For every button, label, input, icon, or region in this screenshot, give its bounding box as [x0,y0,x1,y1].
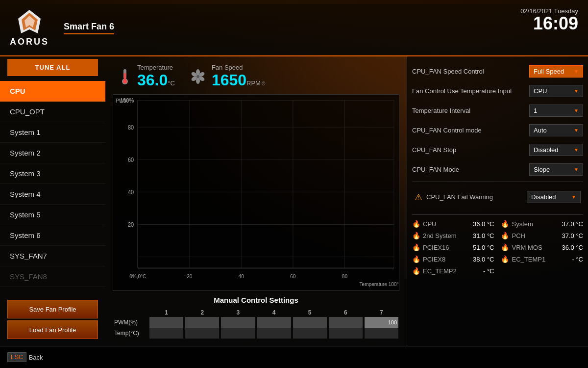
flame-icon-system: 🔥 [501,220,509,228]
dropdown-arrow-icon: ▼ [574,88,579,94]
svg-text:20: 20 [187,273,192,279]
temp-cell-3[interactable] [221,328,255,339]
sidebar-item-sysfan8[interactable]: SYS_FAN8 [0,266,105,287]
pwm-cell-6[interactable] [329,317,363,328]
aorus-logo-icon [16,9,43,36]
sidebar-item-cpu-opt[interactable]: CPU_OPT [0,102,105,122]
temperature-label: Temperature [137,64,175,71]
pwm-cell-7[interactable]: 100 [365,317,398,328]
sensor-2nd-system: 🔥 2nd System 31.0 °C [412,232,494,239]
temp-cell-4[interactable] [257,328,291,339]
pwm-row: PWM(%) 100 [113,317,399,328]
pwm-cell-5[interactable] [293,317,327,328]
interval-dropdown[interactable]: 1 ▼ [529,105,583,117]
stats-bar: Temperature 36.0 °C [113,61,399,92]
temp-cell-1[interactable] [149,328,183,339]
sensor-pciex16-value: 51.0 °C [473,244,494,251]
svg-text:40: 40 [128,188,134,196]
dropdown-arrow-icon: ▼ [571,194,576,200]
svg-text:Temperature 100°C: Temperature 100°C [360,281,399,287]
temp-cell-2[interactable] [185,328,219,339]
col-header-7: 7 [364,308,399,317]
dropdown-arrow-icon: ▼ [574,147,579,153]
control-row-temp-input: Fan Control Use Temperature Input CPU ▼ [412,83,583,98]
control-row-mode: CPU_FAN Control mode Auto ▼ [412,123,583,137]
sensor-pciex16: 🔥 PCIEX16 51.0 °C [412,243,494,251]
fan-mode-dropdown[interactable]: Slope ▼ [529,163,583,176]
pwm-cell-3[interactable] [221,317,255,328]
pwm-cell-2[interactable] [185,317,219,328]
save-fan-profile-button[interactable]: Save Fan Profile [7,300,98,318]
sensors-grid: 🔥 CPU 36.0 °C 🔥 System 37.0 °C 🔥 2nd Sys… [412,220,583,275]
sidebar-item-system5[interactable]: System 5 [0,205,105,225]
fan-chart-container[interactable]: 100% PWM 80 60 40 20 0%,0°C 20 40 60 80 … [113,94,399,291]
right-panel: CPU_FAN Speed Control Full Speed ▼ Fan C… [407,56,588,346]
speed-control-dropdown[interactable]: Full Speed ▼ [529,65,583,78]
svg-text:40: 40 [239,273,244,279]
control-row-interval: Temperature Interval 1 ▼ [412,103,583,118]
col-header-6: 6 [328,308,364,317]
fan-chart-svg: 100% PWM 80 60 40 20 0%,0°C 20 40 60 80 … [113,95,399,290]
sensor-cpu-name: CPU [423,220,436,228]
temp-input-dropdown[interactable]: CPU ▼ [529,85,583,97]
fan-stop-dropdown[interactable]: Disabled ▼ [529,144,583,156]
temp-input-label: Fan Control Use Temperature Input [412,87,529,95]
sensor-2nd-value: 31.0 °C [473,232,494,239]
divider-2 [412,214,583,215]
sidebar-item-system6[interactable]: System 6 [0,225,105,246]
sensor-pch-name: PCH [512,232,525,239]
temperature-value: 36.0 [137,71,168,89]
flame-icon-pciex8: 🔥 [412,255,420,263]
sensor-cpu-value: 36.0 °C [473,220,494,228]
control-table: 1 2 3 4 5 6 7 PWM(%) [113,308,399,339]
app-title: Smart Fan 6 [64,22,114,34]
fan-stop-label: CPU_FAN Stop [412,146,529,154]
temp-cell-6[interactable] [329,328,363,339]
sidebar-item-system1[interactable]: System 1 [0,122,105,143]
control-mode-label: CPU_FAN Control mode [412,127,529,134]
svg-text:60: 60 [128,156,134,163]
sensor-ectemp1: 🔥 EC_TEMP1 - °C [501,255,583,263]
sensor-ectemp2-name: EC_TEMP2 [423,267,457,275]
sensor-vrmmos-value: 36.0 °C [562,244,583,251]
control-mode-dropdown[interactable]: Auto ▼ [529,124,583,136]
fan-speed-value: 1650 [212,71,246,89]
temp-label: Temp(°C) [113,328,148,339]
pwm-cell-1[interactable] [149,317,183,328]
datetime-display: 02/16/2021 Tuesday 16:09 [520,7,578,32]
flame-icon-cpu: 🔥 [412,220,420,228]
pwm-cell-4[interactable] [257,317,291,328]
profile-buttons-area: Save Fan Profile Load Fan Profile [0,298,105,341]
tune-all-button[interactable]: TUNE ALL [7,59,98,76]
warning-label: CPU_FAN Fail Warning [426,193,493,201]
flame-icon-vrmmos: 🔥 [501,243,509,251]
sensor-ectemp2: 🔥 EC_TEMP2 - °C [412,267,494,275]
svg-rect-15 [113,95,399,290]
flame-icon-pciex16: 🔥 [412,243,420,251]
sensor-system-name: System [512,220,533,228]
sensor-ectemp1-name: EC_TEMP1 [512,256,545,263]
temp-cell-5[interactable] [293,328,327,339]
manual-control-section: Manual Control Settings 1 2 3 4 5 6 7 [113,293,399,341]
sidebar-item-system2[interactable]: System 2 [0,143,105,163]
sidebar-item-system3[interactable]: System 3 [0,163,105,184]
col-header-4: 4 [256,308,292,317]
col-header-5: 5 [292,308,328,317]
logo-text: AORUS [10,37,49,47]
sensor-cpu: 🔥 CPU 36.0 °C [412,220,494,228]
fan-speed-unit: RPM [246,79,261,87]
warning-dropdown[interactable]: Disabled ▼ [527,191,581,203]
sensor-system: 🔥 System 37.0 °C [501,220,583,228]
svg-text:80: 80 [342,273,347,279]
sidebar-item-sysfan7[interactable]: SYS_FAN7 [0,246,105,266]
esc-key[interactable]: ESC [7,352,26,362]
sidebar-item-system4[interactable]: System 4 [0,184,105,205]
chart-area: Temperature 36.0 °C [105,56,407,346]
sensor-pch-value: 37.0 °C [562,232,583,239]
sensor-pciex16-name: PCIEX16 [423,244,449,251]
temp-cell-7[interactable] [365,328,398,339]
svg-point-14 [196,75,199,78]
fan-speed-stat: Fan Speed 1650 RPM ® [190,64,265,89]
sidebar-item-cpu[interactable]: CPU [0,81,105,102]
load-fan-profile-button[interactable]: Load Fan Profile [7,320,98,339]
